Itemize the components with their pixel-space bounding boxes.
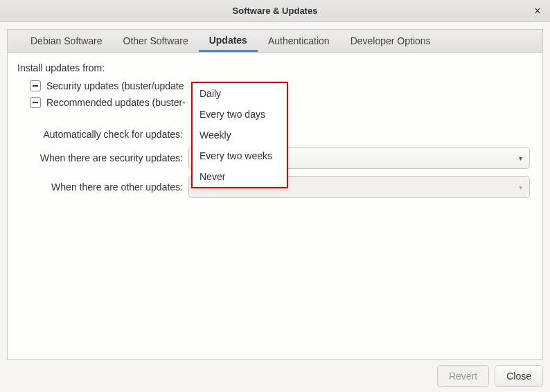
close-button[interactable]: Close [495, 365, 543, 387]
checkbox-security-updates[interactable] [30, 80, 41, 91]
window-title: Software & Updates [233, 6, 318, 16]
dropdown-auto-check: Daily Every two days Weekly Every two we… [191, 82, 288, 188]
revert-button: Revert [437, 365, 489, 387]
chevron-down-icon: ▾ [519, 154, 522, 162]
close-icon[interactable]: × [532, 6, 543, 17]
tab-updates[interactable]: Updates [199, 30, 258, 52]
tab-other-software[interactable]: Other Software [113, 30, 199, 52]
dropdown-item-daily[interactable]: Daily [193, 83, 287, 104]
dropdown-item-every-two-weeks[interactable]: Every two weeks [193, 145, 287, 166]
checkbox-recommended-updates[interactable] [30, 97, 41, 108]
check-label: Recommended updates (buster- [46, 97, 186, 108]
dropdown-item-weekly[interactable]: Weekly [193, 125, 287, 145]
tab-developer-options[interactable]: Developer Options [340, 30, 441, 52]
content-frame: Debian Software Other Software Updates A… [7, 29, 543, 360]
tab-authentication[interactable]: Authentication [258, 30, 340, 52]
label-security-updates: When there are security updates: [15, 152, 183, 163]
section-label: Install updates from: [17, 62, 535, 73]
chevron-down-icon: ▾ [519, 184, 522, 191]
check-label: Security updates (buster/update [46, 80, 184, 91]
label-other-updates: When there are other updates: [15, 181, 183, 193]
dropdown-item-every-two-days[interactable]: Every two days [193, 104, 287, 125]
tab-debian-software[interactable]: Debian Software [20, 30, 113, 52]
dropdown-item-never[interactable]: Never [193, 166, 287, 187]
titlebar: Software & Updates × [0, 0, 550, 22]
tab-bar: Debian Software Other Software Updates A… [8, 30, 542, 53]
label-auto-check: Automatically check for updates: [15, 129, 183, 140]
footer: Revert Close [0, 360, 550, 392]
